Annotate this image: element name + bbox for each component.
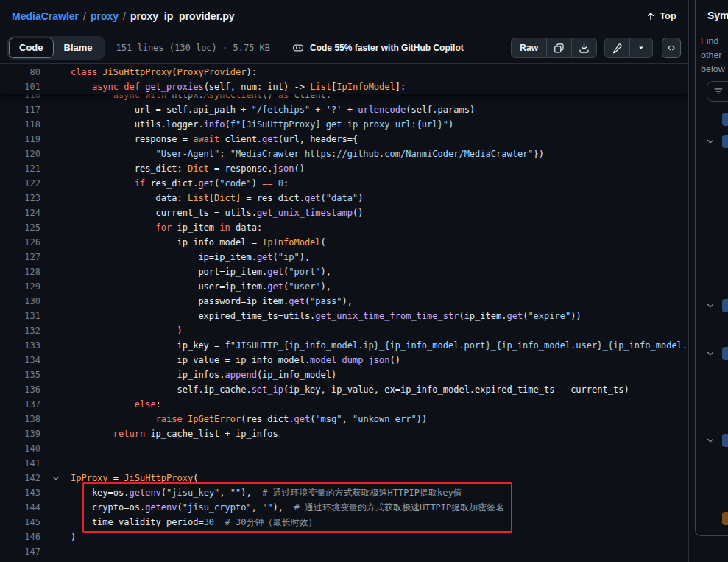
line-number[interactable]: 143	[0, 485, 40, 500]
code-text: time_validity_period=30 # 30分钟（最长时效）	[71, 515, 317, 530]
file-info-text: 151 lines (130 loc) · 5.75 KB	[116, 43, 271, 53]
copilot-banner[interactable]: Code 55% faster with GitHub Copilot	[292, 42, 464, 54]
line-number[interactable]: 139	[0, 426, 40, 441]
line-number[interactable]: 133	[0, 338, 40, 353]
line-number[interactable]: 141	[0, 456, 40, 471]
symbol-kind-badge[interactable]	[722, 135, 728, 148]
symbol-kind-badge[interactable]	[722, 299, 728, 312]
code-line: 124 current_ts = utils.get_unix_timestam…	[0, 206, 688, 220]
code-line: 132 )	[0, 323, 688, 338]
tab-blame[interactable]: Blame	[54, 38, 103, 58]
code-line: 135 ip_infos.append(ip_info_model)	[0, 368, 688, 382]
line-number[interactable]: 125	[0, 220, 40, 235]
code-text: ip_value = ip_info_model.model_dump_json…	[71, 353, 400, 368]
code-line: 80class JiSuHttpProxy(ProxyProvider):	[0, 65, 688, 80]
line-number[interactable]: 127	[0, 250, 40, 264]
line-number[interactable]: 119	[0, 132, 40, 147]
breadcrumb-folder-link[interactable]: proxy	[91, 10, 119, 22]
line-number[interactable]: 121	[0, 161, 40, 176]
code-line: 134 ip_value = ip_info_model.model_dump_…	[0, 353, 688, 368]
code-line: 136 self.ip_cache.set_ip(ip_key, ip_valu…	[0, 382, 688, 397]
code-line: 143 key=os.getenv("jisu_key", ""), # 通过环…	[0, 485, 688, 500]
code-line: 128 port=ip_item.get("port"),	[0, 264, 688, 279]
code-text: return ip_cache_list + ip_infos	[71, 426, 278, 441]
symbols-panel-icon[interactable]	[662, 38, 681, 58]
download-icon[interactable]	[571, 38, 596, 57]
code-text: password=ip_item.get("pass"),	[71, 294, 353, 309]
line-number[interactable]: 142	[0, 471, 40, 485]
code-line: 120 "User-Agent": "MediaCrawler https://…	[0, 147, 688, 161]
code-text: for ip_item in data:	[71, 220, 262, 235]
code-line: 141	[0, 456, 688, 471]
line-number[interactable]: 128	[0, 264, 40, 279]
code-lines: 116 async with httpx.AsyncClient() as cl…	[0, 88, 688, 559]
back-to-top-button[interactable]: Top	[646, 10, 676, 21]
symbols-panel-description: Find other below	[701, 35, 725, 77]
line-number[interactable]: 130	[0, 294, 40, 309]
chevron-down-icon[interactable]	[706, 349, 716, 359]
symbol-kind-badge[interactable]	[722, 512, 728, 525]
chevron-down-icon[interactable]	[706, 301, 716, 312]
code-line: 126 ip_info_model = IpInfoModel(	[0, 235, 688, 250]
line-number[interactable]: 80	[0, 65, 40, 80]
code-text: data: List[Dict] = res_dict.get("data")	[71, 191, 363, 206]
symbol-kind-badge[interactable]	[722, 347, 728, 360]
code-line: 122 if res_dict.get("code") == 0:	[0, 176, 688, 191]
symbols-panel-title: Symbols	[707, 10, 728, 21]
line-number[interactable]: 140	[0, 441, 40, 456]
line-number[interactable]: 123	[0, 191, 40, 206]
fold-chevron-icon[interactable]	[40, 474, 71, 482]
code-text: class JiSuHttpProxy(ProxyProvider):	[71, 65, 257, 80]
code-text: raise IpGetError(res_dict.get("msg", "un…	[71, 412, 427, 426]
code-line: 101 async def get_proxies(self, num: int…	[0, 80, 688, 94]
symbols-filter-input[interactable]	[707, 81, 728, 102]
breadcrumb-filename: proxy_ip_provider.py	[130, 10, 235, 22]
line-number[interactable]: 135	[0, 368, 40, 382]
line-number[interactable]: 122	[0, 176, 40, 191]
copy-icon[interactable]	[546, 38, 571, 57]
code-line: 142IpProxy = JiSuHttpProxy(	[0, 471, 688, 485]
code-line: 131 expired_time_ts=utils.get_unix_time_…	[0, 309, 688, 323]
line-number[interactable]: 136	[0, 382, 40, 397]
code-line: 118 utils.logger.info(f"[JiSuHttpProxy] …	[0, 117, 688, 132]
symbol-kind-badge[interactable]	[722, 113, 728, 126]
line-number[interactable]: 131	[0, 309, 40, 323]
line-number[interactable]: 138	[0, 412, 40, 426]
line-number[interactable]: 124	[0, 206, 40, 220]
code-text: async def get_proxies(self, num: int) ->…	[71, 80, 406, 94]
symbol-kind-badge[interactable]	[722, 434, 728, 447]
code-text: expired_time_ts=utils.get_unix_time_from…	[71, 309, 582, 323]
breadcrumb-separator: /	[83, 10, 86, 22]
sticky-context-lines: 80class JiSuHttpProxy(ProxyProvider):101…	[0, 65, 688, 94]
line-number[interactable]: 147	[0, 544, 40, 559]
line-number[interactable]: 101	[0, 80, 40, 94]
edit-group	[604, 38, 653, 58]
code-line: 133 ip_key = f"JISUHTTP_{ip_info_model.i…	[0, 338, 688, 353]
code-panel: MediaCrawler / proxy / proxy_ip_provider…	[0, 0, 689, 562]
code-text: key=os.getenv("jisu_key", ""), # 通过环境变量的…	[71, 485, 462, 500]
chevron-down-icon[interactable]	[706, 436, 716, 446]
line-number[interactable]: 120	[0, 147, 40, 161]
raw-button[interactable]: Raw	[512, 38, 546, 57]
line-number[interactable]: 137	[0, 397, 40, 412]
line-number[interactable]: 126	[0, 235, 40, 250]
chevron-down-icon[interactable]	[706, 137, 716, 147]
code-line: 125 for ip_item in data:	[0, 220, 688, 235]
line-number[interactable]: 144	[0, 500, 40, 515]
breadcrumb-repo-link[interactable]: MediaCrawler	[12, 10, 79, 22]
copilot-icon	[292, 42, 304, 54]
line-number[interactable]: 132	[0, 323, 40, 338]
tab-code[interactable]: Code	[9, 38, 54, 58]
line-number[interactable]: 146	[0, 530, 40, 544]
breadcrumb-separator: /	[123, 10, 126, 22]
edit-pencil-icon[interactable]	[605, 38, 629, 57]
line-number[interactable]: 145	[0, 515, 40, 530]
line-number[interactable]: 118	[0, 117, 40, 132]
line-number[interactable]: 129	[0, 279, 40, 294]
code-text: ip=ip_item.get("ip"),	[71, 250, 310, 264]
line-number[interactable]: 134	[0, 353, 40, 368]
code-text: self.ip_cache.set_ip(ip_key, ip_value, e…	[71, 382, 629, 397]
code-text: crypto=os.getenv("jisu_crypto", ""), # 通…	[71, 500, 504, 515]
caret-down-icon[interactable]	[629, 38, 652, 57]
line-number[interactable]: 117	[0, 102, 40, 117]
